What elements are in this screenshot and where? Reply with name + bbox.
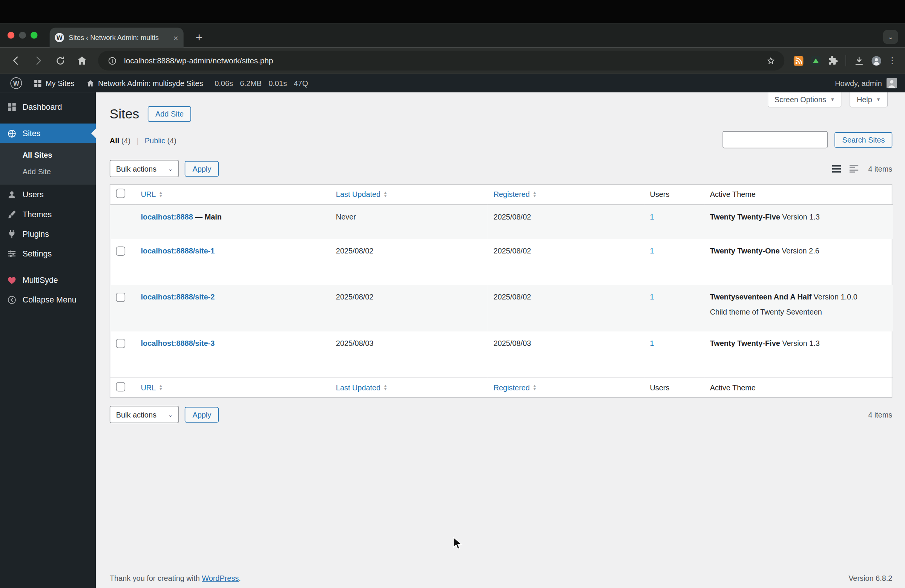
theme-version: Version 1.0.0 bbox=[814, 293, 857, 301]
qm-queries: 47Q bbox=[294, 79, 308, 87]
select-site-checkbox[interactable] bbox=[116, 339, 125, 348]
new-tab-button[interactable]: + bbox=[191, 29, 208, 46]
settings-icon bbox=[6, 248, 17, 259]
rss-extension-icon[interactable] bbox=[791, 54, 805, 68]
filter-public[interactable]: Public bbox=[145, 136, 165, 145]
screen-options-button[interactable]: Screen Options ▼ bbox=[767, 92, 841, 108]
site-info-icon[interactable] bbox=[105, 54, 119, 68]
forward-icon[interactable] bbox=[29, 51, 48, 70]
select-all-checkbox[interactable] bbox=[116, 189, 125, 198]
users-count-link[interactable]: 1 bbox=[650, 293, 654, 301]
wordpress-link[interactable]: WordPress bbox=[202, 574, 239, 582]
table-header-row: URL▲▼ Last Updated▲▼ Registered▲▼ Users … bbox=[110, 185, 893, 204]
select-site-checkbox[interactable] bbox=[116, 293, 125, 302]
howdy-account-menu[interactable]: Howdy, admin bbox=[835, 78, 899, 89]
sidebar-item-plugins[interactable]: Plugins bbox=[0, 224, 96, 244]
query-monitor-stats[interactable]: 0.06s 6.2MB 0.01s 47Q bbox=[214, 79, 308, 87]
search-sites-button[interactable]: Search Sites bbox=[835, 132, 892, 148]
filter-all[interactable]: All bbox=[110, 136, 119, 145]
excerpt-view-icon[interactable] bbox=[847, 162, 860, 175]
bulk-actions-select-bottom[interactable]: Bulk actions ⌄ bbox=[110, 406, 179, 423]
network-admin-site-menu[interactable]: Network Admin: multisyde Sites bbox=[81, 74, 208, 92]
sidebar-item-dashboard[interactable]: Dashboard bbox=[0, 97, 96, 116]
sort-by-registered[interactable]: Registered▲▼ bbox=[494, 190, 537, 199]
footer-period: . bbox=[239, 574, 241, 582]
filter-all-count-value: (4) bbox=[121, 136, 130, 145]
sort-by-last-updated[interactable]: Last Updated▲▼ bbox=[336, 383, 387, 392]
sidebar-item-themes[interactable]: Themes bbox=[0, 204, 96, 224]
column-header-registered: Registered bbox=[494, 383, 530, 392]
my-sites-grid-icon bbox=[33, 79, 42, 87]
list-view-icon[interactable] bbox=[830, 162, 843, 175]
reload-icon[interactable] bbox=[51, 51, 69, 70]
site-link[interactable]: localhost:8888/site-2 bbox=[141, 293, 214, 301]
bookmark-star-icon[interactable] bbox=[764, 54, 778, 68]
theme-name: Twenty Twenty-Five bbox=[710, 212, 780, 221]
last-updated-value: 2025/08/02 bbox=[336, 293, 374, 301]
close-window-button[interactable] bbox=[8, 32, 14, 38]
sort-by-last-updated[interactable]: Last Updated▲▼ bbox=[336, 190, 387, 199]
browser-tab[interactable]: W Sites ‹ Network Admin: multis × bbox=[50, 27, 184, 47]
submenu-item-all-sites[interactable]: All Sites bbox=[0, 147, 96, 163]
minimize-window-button[interactable] bbox=[19, 32, 26, 38]
help-button[interactable]: Help ▼ bbox=[850, 92, 888, 108]
sidebar-item-settings[interactable]: Settings bbox=[0, 244, 96, 263]
last-updated-value: 2025/08/02 bbox=[336, 247, 374, 255]
select-all-checkbox[interactable] bbox=[116, 382, 125, 391]
extension-badge-icon[interactable] bbox=[808, 54, 822, 68]
sidebar-item-multisyde[interactable]: MultiSyde bbox=[0, 270, 96, 290]
back-icon[interactable] bbox=[7, 51, 25, 70]
sort-by-url[interactable]: URL▲▼ bbox=[141, 190, 162, 199]
qm-query-time: 0.01s bbox=[268, 79, 287, 87]
items-count: 4 items bbox=[868, 410, 892, 419]
address-bar[interactable]: localhost:8888/wp-admin/network/sites.ph… bbox=[98, 51, 784, 70]
apply-button[interactable]: Apply bbox=[185, 161, 219, 176]
site-row: localhost:8888/site-3 2025/08/03 2025/08… bbox=[110, 332, 893, 378]
select-site-checkbox[interactable] bbox=[116, 247, 125, 256]
site-link[interactable]: localhost:8888/site-1 bbox=[141, 247, 214, 255]
sort-by-url[interactable]: URL▲▼ bbox=[141, 383, 162, 392]
sort-icon: ▲▼ bbox=[533, 384, 537, 391]
submenu-item-add-site[interactable]: Add Site bbox=[0, 163, 96, 180]
sites-table: URL▲▼ Last Updated▲▼ Registered▲▼ Users … bbox=[110, 184, 892, 397]
sidebar-item-collapse-menu[interactable]: Collapse Menu bbox=[0, 290, 96, 309]
users-count-link[interactable]: 1 bbox=[650, 247, 654, 255]
theme-name: Twenty Twenty-One bbox=[710, 247, 780, 255]
wordpress-logo-icon: W bbox=[11, 77, 22, 89]
home-icon[interactable] bbox=[73, 51, 91, 70]
network-admin-site-label: Network Admin: multisyde Sites bbox=[98, 79, 203, 87]
users-count-link[interactable]: 1 bbox=[650, 339, 654, 347]
last-updated-value: 2025/08/03 bbox=[336, 339, 374, 347]
my-sites-menu[interactable]: My Sites bbox=[29, 74, 79, 92]
browser-tabstrip: W Sites ‹ Network Admin: multis × + ⌄ bbox=[0, 23, 905, 47]
site-row: localhost:8888/site-1 2025/08/02 2025/08… bbox=[110, 239, 893, 285]
tab-close-icon[interactable]: × bbox=[173, 32, 178, 42]
add-site-button[interactable]: Add Site bbox=[148, 106, 191, 122]
extensions-puzzle-icon[interactable] bbox=[826, 54, 840, 68]
filter-separator: | bbox=[137, 136, 138, 145]
profile-avatar[interactable] bbox=[869, 54, 883, 68]
sidebar-label-themes: Themes bbox=[23, 210, 52, 219]
sidebar-item-users[interactable]: Users bbox=[0, 185, 96, 204]
tab-search-button[interactable]: ⌄ bbox=[883, 30, 898, 44]
sidebar-label-users: Users bbox=[23, 190, 44, 199]
sidebar-item-sites[interactable]: Sites bbox=[0, 124, 96, 143]
sort-by-registered[interactable]: Registered▲▼ bbox=[494, 383, 537, 392]
wp-logo-menu[interactable]: W bbox=[6, 74, 26, 92]
downloads-icon[interactable] bbox=[852, 54, 866, 68]
apply-button-bottom[interactable]: Apply bbox=[185, 407, 219, 422]
zoom-window-button[interactable] bbox=[30, 32, 37, 38]
browser-menu-kebab-icon[interactable]: ⋮ bbox=[886, 56, 898, 66]
user-avatar bbox=[886, 78, 897, 89]
search-sites-input[interactable] bbox=[723, 131, 828, 148]
wordpress-favicon-icon: W bbox=[55, 33, 64, 42]
site-link[interactable]: localhost:8888 bbox=[141, 212, 193, 221]
bulk-actions-select[interactable]: Bulk actions ⌄ bbox=[110, 160, 179, 177]
admin-sidebar: Dashboard Sites All Sites Add Site Users bbox=[0, 92, 96, 588]
column-header-users: Users bbox=[650, 383, 669, 392]
theme-name: Twenty Twenty-Five bbox=[710, 339, 780, 347]
users-count-link[interactable]: 1 bbox=[650, 212, 654, 221]
site-link[interactable]: localhost:8888/site-3 bbox=[141, 339, 214, 347]
theme-version: Version 1.3 bbox=[782, 339, 820, 347]
sidebar-label-dashboard: Dashboard bbox=[23, 102, 62, 111]
